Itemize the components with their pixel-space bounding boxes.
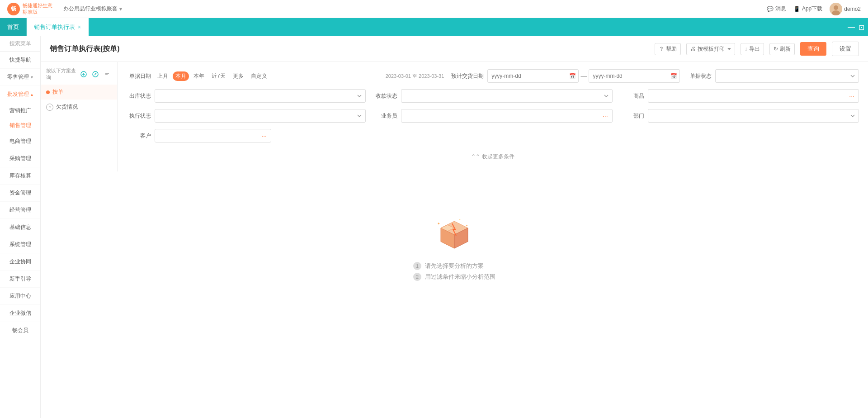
sidebar-item-sales[interactable]: 销售管理 [0, 118, 40, 133]
sidebar-item-wholesale[interactable]: 批发管理 ▴ [0, 86, 40, 103]
print-button[interactable]: 🖨 按模板打印 [686, 43, 735, 55]
filter-sidebar-icons [79, 70, 112, 79]
app-download-button[interactable]: 📱 App下载 [793, 5, 822, 13]
date-tab-custom[interactable]: 自定义 [248, 71, 270, 81]
date-tab-this-year[interactable]: 本年 [191, 71, 207, 81]
sidebar-search[interactable]: 搜索菜单 [0, 36, 40, 52]
start-date-input[interactable] [487, 69, 579, 83]
salesperson-control: ··· [401, 109, 612, 123]
refresh-button[interactable]: ↻ 刷新 [769, 43, 795, 55]
sidebar-item-marketing[interactable]: 营销推广 [0, 103, 40, 118]
dept-field: 部门 [620, 109, 859, 123]
sidebar-item-quick-nav[interactable]: 快捷导航 [0, 52, 40, 69]
maximize-icon[interactable]: ⊡ [859, 23, 864, 32]
sidebar-item-basic-info[interactable]: 基础信息 [0, 219, 40, 236]
customer-label: 客户 [127, 132, 151, 140]
empty-tip-2: 2 用过滤条件来缩小分析范围 [413, 273, 495, 281]
breadcrumb: 办公用品行业模拟账套 ▾ [63, 5, 122, 13]
calendar-start-icon[interactable]: 📅 [569, 73, 576, 79]
tab-bar: 首页 销售订单执行表 × — ⊡ [0, 18, 868, 36]
minimize-icon[interactable]: — [848, 23, 855, 31]
out-status-select[interactable] [155, 89, 366, 103]
goods-input[interactable] [648, 89, 859, 103]
user-menu[interactable]: demo2 [830, 3, 861, 15]
calendar-end-icon[interactable]: 📅 [670, 73, 677, 79]
logo-icon: 畅 [7, 3, 20, 15]
sidebar-item-app-center[interactable]: 应用中心 [0, 288, 40, 305]
sidebar-item-ecommerce[interactable]: 电商管理 [0, 133, 40, 150]
collapse-scheme-button[interactable] [103, 70, 112, 79]
empty-state: ✦ ✦ ✦ 1 请先选择要分析的方案 2 用过滤条件来缩小分析范围 [41, 171, 868, 317]
empty-illustration: ✦ ✦ ✦ [432, 208, 477, 253]
filter-panel: 按以下方案查询 [41, 62, 868, 171]
date-tab-this-month[interactable]: 本月 [173, 71, 189, 81]
svg-text:✦: ✦ [459, 218, 461, 221]
date-tabs: 上月 本月 本年 近7天 更多 自定义 [155, 71, 270, 81]
scheme-nav-order[interactable]: 按单 [41, 85, 117, 100]
end-date-input[interactable] [589, 69, 680, 83]
bill-status-field: 单据状态 [687, 69, 859, 83]
sidebar-item-membership[interactable]: 畅会员 [0, 322, 40, 339]
sidebar: 搜索菜单 快捷导航 零售管理 ▾ 批发管理 ▴ 营销推广 销售管理 电商管理 采… [0, 36, 41, 418]
refresh-icon: ↻ [774, 46, 778, 52]
chevron-down-icon[interactable]: ▾ [119, 6, 122, 12]
page-content: 销售订单执行表(按单) ？ 帮助 🖨 按模板打印 ↓ 导出 [41, 36, 868, 418]
goods-label: 商品 [620, 92, 644, 100]
header-right: 💬 消息 📱 App下载 demo2 [767, 3, 861, 15]
tab-home[interactable]: 首页 [0, 18, 27, 36]
bill-status-control [715, 69, 859, 83]
sidebar-item-operations[interactable]: 经营管理 [0, 202, 40, 219]
salesperson-more-button[interactable]: ··· [601, 112, 610, 119]
goods-more-button[interactable]: ··· [847, 92, 856, 100]
sidebar-item-wechat[interactable]: 企业微信 [0, 305, 40, 322]
customer-input[interactable] [155, 129, 271, 142]
receipt-status-field: 收款状态 [373, 89, 612, 103]
filter-form: 单据日期 上月 本月 本年 近7天 更多 自定义 2023-03-01 至 20… [118, 62, 868, 171]
sidebar-item-finance[interactable]: 资金管理 [0, 185, 40, 202]
salesperson-input[interactable] [401, 109, 612, 123]
export-button[interactable]: ↓ 导出 [741, 43, 764, 55]
out-status-field: 出库状态 [127, 89, 366, 103]
message-button[interactable]: 💬 消息 [767, 5, 786, 13]
tip-number-1: 1 [413, 262, 421, 270]
receipt-status-select[interactable] [401, 89, 612, 103]
end-date-wrap: 📅 [589, 69, 680, 83]
edit-scheme-button[interactable] [91, 70, 100, 79]
date-tab-7days[interactable]: 近7天 [209, 71, 228, 81]
settings-button[interactable]: 设置 [832, 42, 859, 56]
dept-select[interactable] [648, 109, 859, 123]
sidebar-item-inventory[interactable]: 库存核算 [0, 167, 40, 185]
scheme-nav-shortage[interactable]: ○ 欠货情况 [41, 100, 117, 114]
sidebar-item-purchase[interactable]: 采购管理 [0, 150, 40, 167]
date-tab-more[interactable]: 更多 [230, 71, 246, 81]
customer-more-button[interactable]: ··· [259, 132, 269, 139]
customer-field: 客户 ··· [127, 129, 271, 142]
sidebar-item-enterprise[interactable]: 企业协同 [0, 253, 40, 271]
goods-field: 商品 ··· [620, 89, 859, 103]
customer-control: ··· [155, 129, 271, 142]
svg-text:✦: ✦ [437, 222, 440, 226]
exec-status-field: 执行状态 [127, 109, 366, 123]
header-left: 畅 畅捷通好生意 标准版 办公用品行业模拟账套 ▾ [7, 3, 122, 15]
tab-sales-order[interactable]: 销售订单执行表 × [27, 18, 89, 36]
add-scheme-button[interactable] [79, 70, 88, 79]
page-header-actions: ？ 帮助 🖨 按模板打印 ↓ 导出 ↻ 刷新 [655, 42, 859, 56]
bill-date-field: 单据日期 上月 本月 本年 近7天 更多 自定义 [127, 71, 378, 81]
dept-control [648, 109, 859, 123]
date-tab-last-month[interactable]: 上月 [155, 71, 171, 81]
out-status-label: 出库状态 [127, 92, 151, 100]
sidebar-item-guide[interactable]: 新手引导 [0, 271, 40, 288]
tab-close-icon[interactable]: × [78, 24, 81, 30]
salesperson-field: 业务员 ··· [373, 109, 612, 123]
sidebar-item-system[interactable]: 系统管理 [0, 236, 40, 253]
exec-status-select[interactable] [155, 109, 366, 123]
chevron-icon: ▾ [31, 75, 33, 80]
exec-status-control [155, 109, 366, 123]
bill-status-select[interactable] [715, 69, 859, 83]
top-header: 畅 畅捷通好生意 标准版 办公用品行业模拟账套 ▾ 💬 消息 📱 App下载 [0, 0, 868, 18]
dept-label: 部门 [620, 112, 644, 120]
help-button[interactable]: ？ 帮助 [655, 43, 681, 55]
query-button[interactable]: 查询 [800, 42, 826, 56]
sidebar-item-retail[interactable]: 零售管理 ▾ [0, 69, 40, 86]
collapse-more-button[interactable]: ⌃⌃ 收起更多条件 [127, 149, 859, 164]
